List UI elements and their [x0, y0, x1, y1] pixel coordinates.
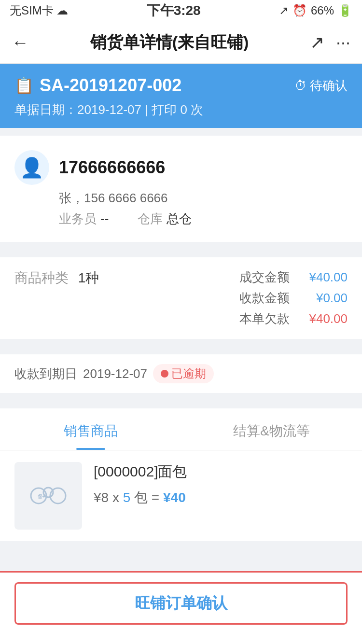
overdue-dot-icon — [161, 370, 168, 378]
salesperson-value: -- — [100, 211, 109, 226]
deal-amount-value: ¥40.00 — [309, 270, 348, 285]
due-date-label: 收款到期日 — [14, 365, 77, 382]
order-status-text: 待确认 — [310, 77, 348, 94]
location-icon: ↗ — [279, 4, 289, 17]
deal-amount-row: 成交金额 ¥40.00 — [239, 269, 348, 286]
nav-bar: ← 销货单详情(来自旺铺) ↗ ··· — [0, 21, 362, 64]
product-unit: 包 — [134, 490, 148, 505]
avatar: 👤 — [14, 150, 49, 185]
status-left: 无SIM卡 ☁ — [10, 3, 68, 18]
order-status-badge: ⏱ 待确认 — [294, 77, 348, 94]
customer-row: 👤 17666666666 — [14, 150, 348, 185]
price-value: ¥8 — [94, 490, 109, 505]
deal-amount-label: 成交金额 — [239, 269, 290, 286]
amounts-summary: 成交金额 ¥40.00 收款金额 ¥0.00 本单欠款 ¥40.00 — [239, 269, 348, 327]
customer-section: 👤 17666666666 张，156 6666 6666 业务员 -- 仓库 … — [0, 136, 362, 242]
status-bar: 无SIM卡 ☁ 下午3:28 ↗ ⏰ 66% 🔋 — [0, 0, 362, 21]
product-name: [0000002]面包 — [94, 462, 348, 482]
warehouse-item: 仓库 总仓 — [138, 210, 192, 227]
warehouse-label: 仓库 — [138, 210, 163, 227]
warehouse-value: 总仓 — [167, 210, 192, 227]
person-icon: 👤 — [20, 156, 44, 179]
summary-section: 商品种类 1种 成交金额 ¥40.00 收款金额 ¥0.00 本单欠款 ¥40.… — [0, 257, 362, 339]
due-section: 收款到期日 2019-12-07 已逾期 — [0, 354, 362, 393]
arrears-label: 本单欠款 — [239, 310, 290, 327]
collected-amount-value: ¥0.00 — [316, 291, 348, 306]
confirm-order-button[interactable]: 旺铺订单确认 — [14, 582, 348, 625]
overdue-badge: 已逾期 — [153, 364, 214, 383]
header-card-top: 📋 SA-20191207-002 ⏱ 待确认 — [14, 75, 348, 96]
divider-3 — [0, 393, 362, 401]
product-thumbnail: 督+ — [14, 462, 82, 530]
alarm-icon: ⏰ — [292, 4, 307, 17]
tab-products-label: 销售商品 — [64, 423, 118, 438]
share-button[interactable]: ↗ — [310, 32, 324, 53]
product-types: 商品种类 1种 — [14, 269, 99, 287]
overdue-text: 已逾期 — [171, 366, 206, 381]
back-button[interactable]: ← — [12, 32, 29, 53]
tab-products[interactable]: 销售商品 — [0, 408, 181, 450]
sim-status: 无SIM卡 ☁ — [10, 3, 68, 18]
tab-settlement[interactable]: 结算&物流等 — [181, 408, 362, 450]
battery-status: 66% — [311, 4, 334, 17]
arrears-row: 本单欠款 ¥40.00 — [239, 310, 348, 327]
order-id: 📋 SA-20191207-002 — [14, 75, 181, 96]
tabs-section: 销售商品 结算&物流等 — [0, 408, 362, 450]
product-types-label: 商品种类 — [14, 270, 69, 285]
collected-amount-label: 收款金额 — [239, 290, 290, 307]
battery-icon: 🔋 — [338, 4, 352, 17]
product-info: [0000002]面包 ¥8 x 5 包 = ¥40 — [94, 462, 348, 507]
svg-text:督+: 督+ — [38, 494, 45, 499]
due-date-value: 2019-12-07 — [83, 366, 147, 381]
collected-amount-row: 收款金额 ¥0.00 — [239, 290, 348, 307]
product-types-value: 1种 — [78, 270, 99, 285]
product-quantity: 5 — [123, 490, 131, 505]
customer-name: 张，156 6666 6666 — [59, 190, 348, 207]
salesperson-label: 业务员 — [59, 210, 97, 227]
status-time: 下午3:28 — [147, 1, 201, 20]
order-id-text: SA-20191207-002 — [40, 75, 181, 96]
product-logo-icon: 督+ — [29, 484, 68, 508]
nav-actions: ↗ ··· — [310, 32, 350, 53]
order-icon: 📋 — [14, 76, 34, 95]
divider-2 — [0, 339, 362, 347]
arrears-value: ¥40.00 — [309, 311, 348, 326]
price-multiply: x — [112, 490, 123, 505]
bottom-bar: 旺铺订单确认 — [0, 571, 362, 644]
product-section: 督+ [0000002]面包 ¥8 x 5 包 = ¥40 — [0, 450, 362, 541]
clock-icon: ⏱ — [294, 78, 307, 93]
product-total: ¥40 — [163, 490, 186, 505]
tab-settlement-label: 结算&物流等 — [233, 423, 310, 438]
price-equals: = — [152, 490, 163, 505]
tabs: 销售商品 结算&物流等 — [0, 408, 362, 450]
status-right: ↗ ⏰ 66% 🔋 — [279, 4, 352, 17]
page-title: 销货单详情(来自旺铺) — [90, 31, 249, 54]
salesperson-item: 业务员 -- — [59, 210, 109, 227]
more-button[interactable]: ··· — [336, 32, 350, 53]
customer-phone: 17666666666 — [59, 157, 165, 178]
order-meta: 单据日期：2019-12-07 | 打印 0 次 — [14, 101, 348, 118]
customer-meta: 业务员 -- 仓库 总仓 — [59, 210, 348, 227]
divider-1 — [0, 242, 362, 250]
product-price: ¥8 x 5 包 = ¥40 — [94, 489, 348, 507]
header-card: 📋 SA-20191207-002 ⏱ 待确认 单据日期：2019-12-07 … — [0, 64, 362, 128]
